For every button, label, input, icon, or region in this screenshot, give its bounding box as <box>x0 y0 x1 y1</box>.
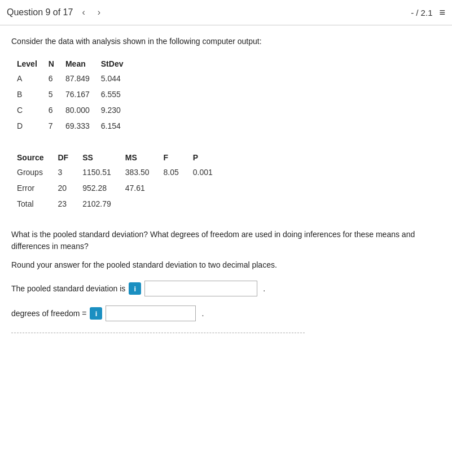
dof-period: . <box>201 309 204 318</box>
table-cell: B <box>17 86 49 102</box>
table-cell: 383.50 <box>125 164 164 180</box>
table-cell <box>164 180 193 196</box>
anova-col-ms: MS <box>125 151 164 164</box>
table-cell: 8.05 <box>164 164 193 180</box>
table-row: A687.8495.044 <box>17 71 134 86</box>
table-cell: 7 <box>49 118 65 134</box>
col-mean: Mean <box>65 57 101 71</box>
prev-button[interactable]: ‹ <box>78 6 88 19</box>
table-cell: 0.001 <box>193 164 227 180</box>
pooled-sd-input[interactable] <box>144 281 257 296</box>
dof-label: degrees of freedom = <box>11 309 86 318</box>
table-row: B576.1676.555 <box>17 86 134 102</box>
table-cell: 952.28 <box>82 180 125 196</box>
table-cell: 9.230 <box>101 102 135 118</box>
table-cell: 1150.51 <box>82 164 125 180</box>
score-label: - / 2.1 <box>411 8 432 18</box>
pooled-label: The pooled standard deviation is <box>11 284 125 293</box>
table-cell: 5 <box>49 86 65 102</box>
question-text: What is the pooled standard deviation? W… <box>11 229 441 252</box>
col-stdev: StDev <box>101 57 135 71</box>
table-cell: 69.333 <box>65 118 101 134</box>
anova-table: Source DF SS MS F P Groups31150.51383.50… <box>17 151 227 212</box>
anova-col-df: DF <box>58 151 82 164</box>
table-cell: 6.154 <box>101 118 135 134</box>
table-cell: 76.167 <box>65 86 101 102</box>
col-n: N <box>49 57 65 71</box>
dof-row: degrees of freedom = i . <box>11 305 441 321</box>
pooled-period: . <box>263 284 265 293</box>
table-cell: Groups <box>17 164 58 180</box>
table-cell <box>193 180 227 196</box>
table-cell: Error <box>17 180 58 196</box>
table-cell: 6 <box>49 102 65 118</box>
anova-header-row: Source DF SS MS F P <box>17 151 227 164</box>
anova-col-source: Source <box>17 151 58 164</box>
bottom-divider <box>11 333 305 333</box>
table-cell <box>125 196 164 212</box>
round-note: Round your answer for the pooled standar… <box>11 260 441 269</box>
table-cell: D <box>17 118 49 134</box>
table-cell <box>193 196 227 212</box>
header-left: Question 9 of 17 ‹ › <box>7 6 104 19</box>
main-content: Consider the data with analysis shown in… <box>0 25 452 476</box>
question-label: Question 9 of 17 <box>7 7 73 18</box>
data-table-header-row: Level N Mean StDev <box>17 57 134 71</box>
table-cell: 47.61 <box>125 180 164 196</box>
table-cell: 5.044 <box>101 71 135 86</box>
intro-text: Consider the data with analysis shown in… <box>11 37 441 46</box>
dof-info-button[interactable]: i <box>90 307 102 320</box>
table-row: C680.0009.230 <box>17 102 134 118</box>
dof-input[interactable] <box>106 305 196 321</box>
table-cell: A <box>17 71 49 86</box>
table-cell: C <box>17 102 49 118</box>
table-row: Error20952.2847.61 <box>17 180 227 196</box>
anova-col-ss: SS <box>82 151 125 164</box>
table-cell: Total <box>17 196 58 212</box>
table-cell: 6.555 <box>101 86 135 102</box>
table-cell: 87.849 <box>65 71 101 86</box>
page-header: Question 9 of 17 ‹ › - / 2.1 ≡ <box>0 0 452 25</box>
table-cell: 23 <box>58 196 82 212</box>
table-cell: 80.000 <box>65 102 101 118</box>
header-right: - / 2.1 ≡ <box>411 7 445 19</box>
pooled-info-button[interactable]: i <box>129 282 141 295</box>
table-cell: 6 <box>49 71 65 86</box>
pooled-sd-row: The pooled standard deviation is i . <box>11 281 441 296</box>
next-button[interactable]: › <box>94 6 104 19</box>
table-cell: 2102.79 <box>82 196 125 212</box>
table-cell: 20 <box>58 180 82 196</box>
data-table: Level N Mean StDev A687.8495.044B576.167… <box>17 57 134 134</box>
anova-col-p: P <box>193 151 227 164</box>
table-cell: 3 <box>58 164 82 180</box>
table-cell <box>164 196 193 212</box>
anova-col-f: F <box>164 151 193 164</box>
table-row: Total232102.79 <box>17 196 227 212</box>
col-level: Level <box>17 57 49 71</box>
table-row: Groups31150.51383.508.050.001 <box>17 164 227 180</box>
menu-icon[interactable]: ≡ <box>439 7 445 19</box>
table-row: D769.3336.154 <box>17 118 134 134</box>
